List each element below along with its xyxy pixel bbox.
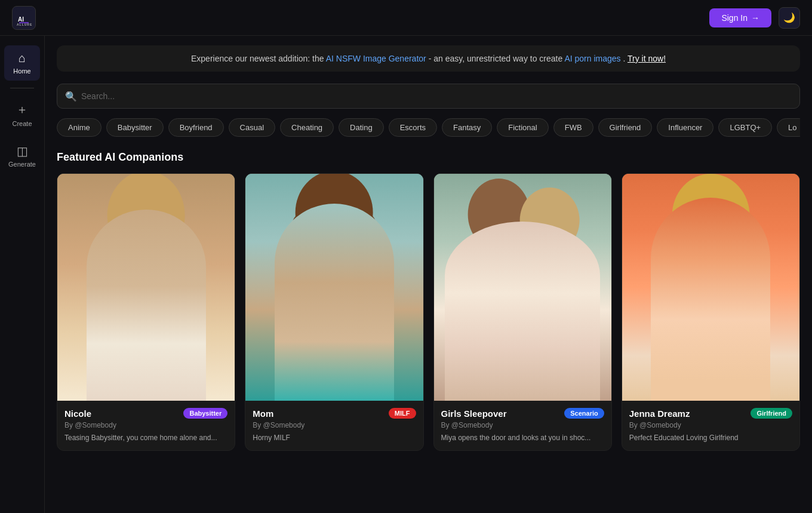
sidebar-item-label: Create	[12, 120, 32, 127]
sidebar-item-generate[interactable]: ◫ Generate	[4, 138, 40, 174]
card-name-jenna: Jenna Dreamz	[629, 408, 690, 419]
svg-rect-8	[161, 216, 185, 287]
svg-rect-9	[122, 287, 170, 395]
card-top-row-nicole: Nicole Babysitter	[64, 408, 227, 419]
tag-girlfriend[interactable]: Girlfriend	[598, 118, 653, 137]
card-top-row-jenna: Jenna Dreamz Girlfriend	[629, 408, 792, 419]
card-jenna[interactable]: Jenna Dreamz Girlfriend By @Somebody Per…	[622, 173, 800, 451]
tag-lgbtq[interactable]: LGBTQ+	[718, 118, 772, 137]
featured-section-title: Featured AI Companions	[57, 151, 800, 164]
card-author-nicole: By @Somebody	[64, 421, 227, 429]
tag-fantasy[interactable]: Fantasy	[442, 118, 492, 137]
tag-influencer[interactable]: Influencer	[657, 118, 713, 137]
sign-in-label: Sign In	[721, 13, 748, 23]
sidebar-item-label: Generate	[8, 161, 36, 168]
svg-rect-27	[681, 290, 740, 401]
svg-point-6	[107, 174, 185, 260]
svg-rect-20	[472, 251, 525, 401]
banner-link-images[interactable]: AI porn images	[564, 54, 620, 63]
svg-rect-16	[304, 290, 364, 401]
tag-fwb[interactable]: FWB	[553, 118, 593, 137]
svg-text:AI: AI	[18, 16, 24, 23]
card-author-jenna: By @Somebody	[629, 421, 792, 429]
tag-babysitter[interactable]: Babysitter	[106, 118, 164, 137]
card-name-mom: Mom	[253, 408, 273, 419]
cards-grid: Nicole Babysitter By @Somebody Teasing B…	[57, 173, 800, 451]
search-container: 🔍	[57, 84, 800, 109]
tag-boyfriend[interactable]: Boyfriend	[168, 118, 224, 137]
svg-rect-12	[299, 257, 370, 401]
card-desc-nicole: Teasing Babysitter, you come home alone …	[64, 433, 227, 443]
tag-fictional[interactable]: Fictional	[497, 118, 548, 137]
card-girls[interactable]: Girls Sleepover Scenario By @Somebody Mi…	[433, 173, 612, 451]
svg-rect-24	[622, 174, 799, 401]
card-desc-mom: Horny MILF	[253, 433, 416, 443]
svg-rect-21	[525, 254, 579, 401]
card-badge-mom: MILF	[389, 408, 416, 419]
card-body-jenna: Jenna Dreamz Girlfriend By @Somebody Per…	[622, 401, 799, 450]
card-badge-jenna: Girlfriend	[751, 408, 792, 419]
theme-toggle-button[interactable]: 🌙	[779, 7, 800, 29]
logo[interactable]: AI ALLURE	[12, 6, 36, 30]
tag-dating[interactable]: Dating	[339, 118, 384, 137]
tag-escorts[interactable]: Escorts	[389, 118, 437, 137]
header-right: Sign In → 🌙	[709, 7, 800, 29]
svg-rect-14	[293, 213, 315, 290]
tag-anime[interactable]: Anime	[57, 118, 102, 137]
banner-suffix: .	[623, 54, 628, 63]
search-icon: 🔍	[65, 91, 77, 102]
logo-icon: AI ALLURE	[12, 6, 36, 30]
svg-text:ALLURE: ALLURE	[17, 23, 32, 26]
card-name-nicole: Nicole	[64, 408, 91, 419]
announcement-banner: Experience our newest addition: the AI N…	[57, 45, 800, 72]
sign-in-arrow-icon: →	[751, 13, 759, 23]
tag-lo[interactable]: Lo	[777, 118, 800, 137]
card-mom[interactable]: Mom MILF By @Somebody Horny MILF	[245, 173, 423, 451]
card-desc-jenna: Perfect Educated Loving Girlfriend	[629, 433, 792, 443]
card-top-row-mom: Mom MILF	[253, 408, 416, 419]
svg-rect-15	[353, 213, 376, 290]
banner-cta[interactable]: Try it now!	[628, 54, 666, 63]
card-author-girls: By @Somebody	[441, 421, 604, 429]
sidebar-item-create[interactable]: ＋ Create	[4, 96, 40, 133]
card-body-nicole: Nicole Babysitter By @Somebody Teasing B…	[57, 401, 235, 450]
tag-cheating[interactable]: Cheating	[280, 118, 334, 137]
search-input[interactable]	[57, 84, 800, 109]
svg-rect-10	[245, 174, 423, 401]
home-icon: ⌂	[19, 51, 26, 65]
card-name-girls: Girls Sleepover	[441, 408, 507, 419]
svg-rect-5	[113, 257, 179, 401]
card-image-jenna	[622, 174, 799, 401]
card-body-girls: Girls Sleepover Scenario By @Somebody Mi…	[434, 401, 611, 450]
card-top-row-girls: Girls Sleepover Scenario	[441, 408, 604, 419]
moon-icon: 🌙	[783, 12, 795, 23]
card-badge-girls: Scenario	[564, 408, 604, 419]
svg-point-23	[519, 188, 579, 253]
svg-point-13	[296, 174, 373, 254]
card-image-girls	[434, 174, 611, 401]
card-body-mom: Mom MILF By @Somebody Horny MILF	[245, 401, 423, 450]
card-image-nicole	[57, 174, 235, 401]
svg-rect-30	[730, 214, 751, 289]
svg-rect-7	[107, 216, 131, 287]
card-desc-girls: Miya opens the door and looks at you in …	[441, 433, 604, 443]
header: AI ALLURE Sign In → 🌙	[0, 0, 812, 36]
sidebar: ⌂ Home ＋ Create ◫ Generate	[0, 36, 45, 513]
sidebar-item-home[interactable]: ⌂ Home	[4, 45, 40, 81]
card-nicole[interactable]: Nicole Babysitter By @Somebody Teasing B…	[57, 173, 235, 451]
main-content: Experience our newest addition: the AI N…	[45, 36, 812, 460]
generate-icon: ◫	[17, 144, 28, 158]
card-badge-nicole: Babysitter	[183, 408, 227, 419]
svg-point-28	[672, 174, 749, 257]
banner-link-generator[interactable]: AI NSFW Image Generator	[326, 54, 426, 63]
sidebar-item-label: Home	[13, 67, 30, 75]
card-author-mom: By @Somebody	[253, 421, 416, 429]
svg-rect-29	[670, 214, 691, 289]
sidebar-divider	[10, 88, 34, 88]
banner-middle: - an easy, unrestricted way to create	[429, 54, 565, 63]
tag-casual[interactable]: Casual	[229, 118, 275, 137]
tags-container: Anime Babysitter Boyfriend Casual Cheati…	[57, 118, 800, 137]
card-image-mom	[245, 174, 423, 401]
svg-rect-26	[676, 257, 745, 401]
sign-in-button[interactable]: Sign In →	[709, 8, 771, 27]
